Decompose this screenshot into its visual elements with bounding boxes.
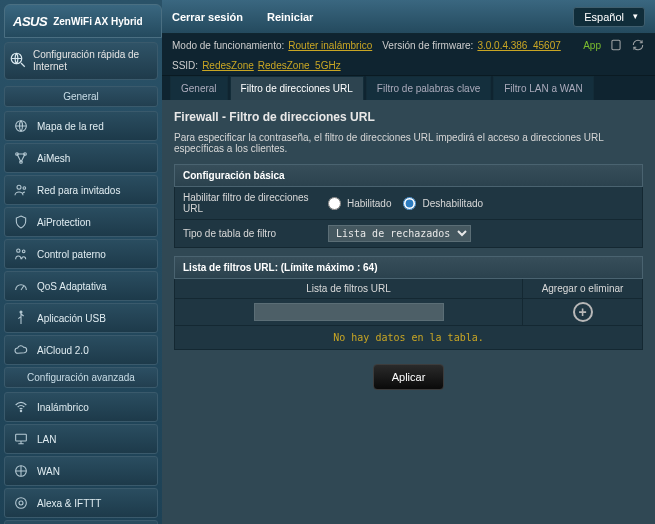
nav-aimesh[interactable]: AiMesh	[4, 143, 158, 173]
empty-message: No hay datos en la tabla.	[174, 326, 643, 350]
svg-point-14	[19, 501, 23, 505]
globe-wrench-icon	[9, 51, 27, 72]
url-list-header: Lista de filtros URL: (Límite máximo : 6…	[174, 256, 643, 279]
tab-urlfilter[interactable]: Filtro de direcciones URL	[230, 76, 364, 100]
shield-icon	[13, 214, 29, 230]
url-input[interactable]	[254, 303, 444, 321]
nav-parental[interactable]: Control paterno	[4, 239, 158, 269]
refresh-icon[interactable]	[631, 38, 645, 52]
quick-setup-button[interactable]: Configuración rápida de Internet	[4, 42, 158, 80]
usb-icon	[13, 310, 29, 326]
wan-icon	[13, 463, 29, 479]
reboot-button[interactable]: Reiniciar	[267, 11, 313, 23]
tabletype-label: Tipo de tabla de filtro	[183, 228, 328, 239]
voice-icon	[13, 495, 29, 511]
lan-icon	[13, 431, 29, 447]
quick-setup-label: Configuración rápida de Internet	[33, 49, 153, 73]
page-description: Para especificar la contraseña, el filtr…	[174, 132, 643, 154]
gauge-icon	[13, 278, 29, 294]
apply-button[interactable]: Aplicar	[373, 364, 445, 390]
content-panel: Firewall - Filtro de direcciones URL Par…	[162, 100, 655, 524]
nav-usb[interactable]: Aplicación USB	[4, 303, 158, 333]
logo: ASUS	[13, 14, 47, 29]
svg-point-13	[16, 498, 27, 509]
nav-aiprotection[interactable]: AiProtection	[4, 207, 158, 237]
fw-label: Versión de firmware:	[382, 40, 473, 51]
wifi-icon	[13, 399, 29, 415]
cloud-icon	[13, 342, 29, 358]
topbar: Cerrar sesión Reiniciar Español	[162, 0, 655, 34]
svg-point-6	[23, 187, 26, 190]
svg-point-8	[22, 250, 25, 253]
page-title: Firewall - Filtro de direcciones URL	[174, 110, 643, 124]
group-advanced: Configuración avanzada	[4, 367, 158, 388]
svg-point-10	[20, 410, 21, 411]
nav-guest[interactable]: Red para invitados	[4, 175, 158, 205]
basic-config-header: Configuración básica	[174, 164, 643, 187]
radio-disabled[interactable]	[403, 197, 416, 210]
ssid-label: SSID:	[172, 60, 198, 71]
brand-header: ASUS ZenWiFi AX Hybrid	[4, 4, 162, 38]
svg-rect-21	[612, 40, 620, 49]
model-name: ZenWiFi AX Hybrid	[53, 16, 143, 27]
mode-label: Modo de funcionamiento:	[172, 40, 284, 51]
ssid1-link[interactable]: RedesZone	[202, 60, 254, 71]
radio-enabled-label: Habilitado	[347, 198, 391, 209]
col-action: Agregar o eliminar	[522, 279, 642, 298]
svg-rect-11	[16, 434, 27, 441]
mode-link[interactable]: Router inalámbrico	[288, 40, 372, 51]
nav-network-map[interactable]: Mapa de la red	[4, 111, 158, 141]
guest-icon	[13, 182, 29, 198]
mesh-icon	[13, 150, 29, 166]
language-dropdown[interactable]: Español	[573, 7, 645, 27]
tabletype-select[interactable]: Lista de rechazados	[328, 225, 471, 242]
nav-wan[interactable]: WAN	[4, 456, 158, 486]
ssid2-link[interactable]: RedesZone_5GHz	[258, 60, 341, 71]
group-general: General	[4, 86, 158, 107]
status-bar: Modo de funcionamiento: Router inalámbri…	[162, 34, 655, 76]
radio-enabled[interactable]	[328, 197, 341, 210]
nav-ipv6[interactable]: IPv6	[4, 520, 158, 524]
fw-link[interactable]: 3.0.0.4.386_45607	[477, 40, 560, 51]
tabs: General Filtro de direcciones URL Filtro…	[162, 76, 655, 100]
nav-lan[interactable]: LAN	[4, 424, 158, 454]
col-url: Lista de filtros URL	[175, 279, 522, 298]
map-icon	[13, 118, 29, 134]
tab-lanwan[interactable]: Filtro LAN a WAN	[493, 76, 594, 100]
svg-point-9	[20, 311, 22, 313]
family-icon	[13, 246, 29, 262]
radio-disabled-label: Deshabilitado	[422, 198, 483, 209]
svg-point-5	[17, 185, 21, 189]
app-link[interactable]: App	[583, 40, 601, 51]
enable-label: Habilitar filtro de direcciones URL	[183, 192, 328, 214]
nav-wireless[interactable]: Inalámbrico	[4, 392, 158, 422]
notification-icon[interactable]	[609, 38, 623, 52]
nav-alexa[interactable]: Alexa & IFTTT	[4, 488, 158, 518]
add-button[interactable]: +	[573, 302, 593, 322]
tab-general[interactable]: General	[170, 76, 228, 100]
nav-aicloud[interactable]: AiCloud 2.0	[4, 335, 158, 365]
logout-button[interactable]: Cerrar sesión	[172, 11, 243, 23]
nav-qos[interactable]: QoS Adaptativa	[4, 271, 158, 301]
svg-point-7	[17, 249, 20, 252]
tab-keyword[interactable]: Filtro de palabras clave	[366, 76, 491, 100]
